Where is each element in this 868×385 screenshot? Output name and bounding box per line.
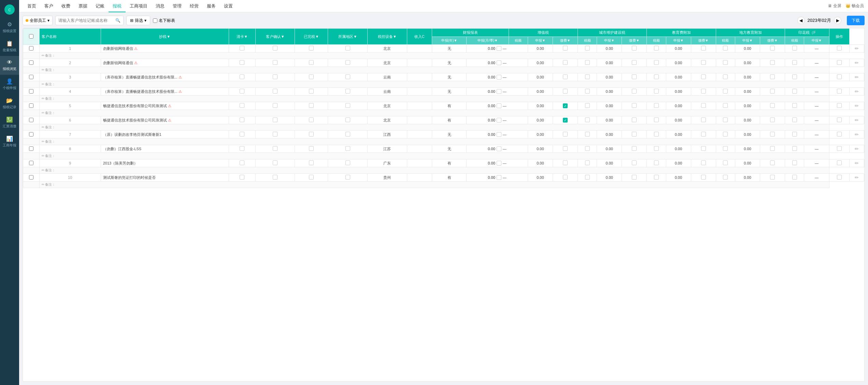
- empty-checkbox[interactable]: [837, 89, 842, 94]
- empty-checkbox[interactable]: [654, 46, 659, 51]
- row-checkbox[interactable]: [29, 132, 33, 137]
- empty-checkbox[interactable]: [837, 46, 842, 51]
- nav-billing[interactable]: 收费: [57, 0, 74, 12]
- empty-checkbox[interactable]: [654, 117, 659, 122]
- empty-checkbox[interactable]: [770, 103, 775, 108]
- empty-checkbox[interactable]: [701, 117, 706, 122]
- empty-checkbox[interactable]: [309, 46, 314, 51]
- empty-checkbox[interactable]: [309, 175, 314, 180]
- empty-checkbox[interactable]: [632, 160, 637, 165]
- nav-invoice[interactable]: 票据: [74, 0, 91, 12]
- edit-icon[interactable]: ✏: [855, 175, 859, 180]
- edit-icon[interactable]: ✏: [855, 46, 859, 51]
- row-checkbox[interactable]: [29, 103, 33, 108]
- empty-checkbox[interactable]: [345, 117, 350, 122]
- empty-checkbox[interactable]: [345, 89, 350, 94]
- empty-checkbox[interactable]: [723, 46, 728, 51]
- sidebar-item-geshuishenbao[interactable]: 👤 个税申报: [0, 75, 19, 94]
- name-list-checkbox[interactable]: 名下标表: [153, 18, 175, 24]
- empty-checkbox[interactable]: [770, 117, 775, 122]
- checked-checkbox[interactable]: ✓: [563, 103, 568, 108]
- empty-checkbox[interactable]: [701, 146, 706, 151]
- empty-checkbox[interactable]: [273, 175, 278, 180]
- fullscreen-btn[interactable]: 🖥 全屏: [828, 3, 841, 9]
- empty-checkbox[interactable]: [792, 175, 797, 180]
- edit-icon[interactable]: ✏: [855, 146, 859, 152]
- empty-checkbox[interactable]: [273, 103, 278, 108]
- empty-checkbox[interactable]: [770, 160, 775, 165]
- nav-bookkeeping[interactable]: 记账: [91, 0, 109, 12]
- empty-checkbox[interactable]: [701, 103, 706, 108]
- empty-checkbox[interactable]: [240, 103, 244, 108]
- row-checkbox[interactable]: [29, 175, 33, 180]
- empty-checkbox[interactable]: [240, 74, 244, 79]
- empty-checkbox[interactable]: [723, 132, 728, 137]
- empty-checkbox[interactable]: [273, 132, 278, 137]
- nav-bizproject[interactable]: 工商项目: [126, 0, 152, 12]
- empty-checkbox[interactable]: [770, 89, 775, 94]
- empty-checkbox[interactable]: [585, 103, 590, 108]
- sidebar-item-baoshuijilu[interactable]: 📂 报税记录: [0, 94, 19, 113]
- member-btn[interactable]: 👑 畅会员: [845, 3, 864, 9]
- empty-checkbox[interactable]: [654, 74, 659, 79]
- empty-checkbox[interactable]: [585, 46, 590, 51]
- empty-checkbox[interactable]: [585, 74, 590, 79]
- empty-checkbox[interactable]: [632, 132, 637, 137]
- search-box[interactable]: 🔍: [55, 16, 124, 25]
- empty-checkbox[interactable]: [345, 146, 350, 151]
- empty-checkbox[interactable]: [723, 103, 728, 108]
- empty-checkbox[interactable]: [585, 89, 590, 94]
- edit-icon[interactable]: ✏: [855, 60, 859, 66]
- empty-checkbox[interactable]: [240, 117, 244, 122]
- empty-checkbox[interactable]: [563, 74, 568, 79]
- row-checkbox[interactable]: [29, 75, 33, 79]
- empty-checkbox[interactable]: [345, 103, 350, 108]
- empty-checkbox[interactable]: [701, 132, 706, 137]
- empty-checkbox[interactable]: [770, 46, 775, 51]
- empty-checkbox[interactable]: [654, 175, 659, 180]
- nav-service[interactable]: 服务: [203, 0, 220, 12]
- empty-checkbox[interactable]: [792, 160, 797, 165]
- empty-checkbox[interactable]: [497, 146, 501, 151]
- nav-management[interactable]: 管理: [169, 0, 186, 12]
- empty-checkbox[interactable]: [240, 175, 244, 180]
- nav-message[interactable]: 消息: [152, 0, 169, 12]
- empty-checkbox[interactable]: [701, 74, 706, 79]
- empty-checkbox[interactable]: [563, 89, 568, 94]
- empty-checkbox[interactable]: [723, 60, 728, 65]
- nav-operation[interactable]: 经营: [186, 0, 203, 12]
- empty-checkbox[interactable]: [632, 175, 637, 180]
- search-input[interactable]: [58, 18, 115, 23]
- empty-checkbox[interactable]: [837, 117, 842, 122]
- col-action-cell[interactable]: ✏: [850, 159, 864, 167]
- empty-checkbox[interactable]: [837, 146, 842, 151]
- empty-checkbox[interactable]: [632, 146, 637, 151]
- empty-checkbox[interactable]: [585, 160, 590, 165]
- empty-checkbox[interactable]: [345, 60, 350, 65]
- empty-checkbox[interactable]: [345, 175, 350, 180]
- empty-checkbox[interactable]: [770, 132, 775, 137]
- empty-checkbox[interactable]: [632, 89, 637, 94]
- empty-checkbox[interactable]: [837, 132, 842, 137]
- select-all-checkbox[interactable]: [29, 34, 33, 39]
- nav-customer[interactable]: 客户: [40, 0, 57, 12]
- empty-checkbox[interactable]: [585, 146, 590, 151]
- empty-checkbox[interactable]: [240, 160, 244, 165]
- empty-checkbox[interactable]: [497, 118, 501, 123]
- nav-tax[interactable]: 报税: [109, 0, 126, 12]
- empty-checkbox[interactable]: [497, 175, 501, 180]
- empty-checkbox[interactable]: [585, 132, 590, 137]
- nav-home[interactable]: 首页: [23, 0, 40, 12]
- empty-checkbox[interactable]: [240, 89, 244, 94]
- empty-checkbox[interactable]: [345, 160, 350, 165]
- empty-checkbox[interactable]: [273, 89, 278, 94]
- filter-button[interactable]: ⊞ 筛选 ▾: [126, 16, 150, 25]
- empty-checkbox[interactable]: [701, 46, 706, 51]
- col-action-cell[interactable]: ✏: [850, 174, 864, 182]
- empty-checkbox[interactable]: [723, 89, 728, 94]
- empty-checkbox[interactable]: [309, 132, 314, 137]
- empty-checkbox[interactable]: [723, 146, 728, 151]
- empty-checkbox[interactable]: [497, 46, 501, 51]
- empty-checkbox[interactable]: [345, 132, 350, 137]
- empty-checkbox[interactable]: [654, 89, 659, 94]
